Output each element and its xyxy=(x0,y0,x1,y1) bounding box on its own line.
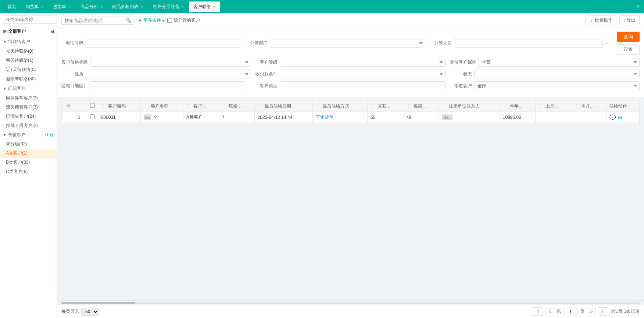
customer-type-input[interactable] xyxy=(280,81,445,90)
settings-button[interactable]: 设置 xyxy=(617,44,640,55)
last-page-button[interactable]: 》 xyxy=(598,307,609,316)
form-group-price-level: 客户价格等级 ▾ xyxy=(61,58,251,67)
col-drag-thisyear: ⋮ xyxy=(503,103,507,109)
price-level-wrap: ▾ xyxy=(90,58,251,67)
content-area: 🔍 ▼ 更多条件 ▾ 我分管的客户 ☑ 批量操作 ↑ 导出 xyxy=(57,13,644,318)
nav-tab-customer-contact-close[interactable]: × xyxy=(213,4,215,9)
nav-tab-purchase-close[interactable]: × xyxy=(68,4,71,9)
col-drag-date: ⋮ xyxy=(258,103,262,109)
pending-arrow-icon: ▼ xyxy=(3,40,7,44)
col-index xyxy=(75,100,87,112)
status-select[interactable] xyxy=(474,70,640,78)
customer-level-select[interactable] xyxy=(280,58,445,67)
col-last-contact-method: ⋮ 最后联络方式 xyxy=(313,100,368,112)
col-drag-code: ⋮ xyxy=(101,103,105,109)
export-button[interactable]: ↑ 导出 xyxy=(619,15,640,25)
nav-tab-sales-close[interactable]: × xyxy=(41,4,43,9)
nav-close-all[interactable]: × xyxy=(635,2,641,11)
settings-value-icon[interactable]: ⚙ xyxy=(50,132,54,138)
dept-select-wrap: ▾ xyxy=(270,39,425,48)
col-company-contact: ⋮ 往来单位联系人 xyxy=(439,100,500,112)
table-header-row: ⚙ ⋮ 客户编码 ⋮ 客户名称 xyxy=(62,100,640,112)
manager-input[interactable] xyxy=(454,39,603,48)
nav-tab-customer-tier[interactable]: 客户分层经营 × xyxy=(149,1,188,12)
sidebar-all-customers[interactable]: ⊞ 全部客户 ◀ xyxy=(0,26,57,37)
filter-search-icon[interactable]: 🔍 xyxy=(126,18,132,23)
nav-tab-analysis-close[interactable]: × xyxy=(100,4,103,9)
value-arrow-icon: ▼ xyxy=(3,133,7,137)
refresh-icon[interactable]: ↺ xyxy=(45,132,49,138)
sidebar-group-pending[interactable]: ▼ 待联络客户 xyxy=(0,37,57,47)
sidebar-item-overdue[interactable]: 逾期未联络(30) xyxy=(0,74,57,84)
query-button[interactable]: 查询 xyxy=(617,32,640,42)
my-customers-check[interactable] xyxy=(167,18,172,23)
manager-dots-icon[interactable]: ··· xyxy=(603,41,609,46)
col-drag-contact: ⋮ xyxy=(222,103,226,109)
per-page-select[interactable]: 50 xyxy=(81,308,99,316)
cell-last-date: 2023-04-12 14:44: xyxy=(254,112,312,123)
region-dots-icon[interactable]: ··· xyxy=(244,83,251,88)
horizontal-scrollbar[interactable] xyxy=(57,300,644,305)
col-action: 联络动作 xyxy=(607,100,640,112)
filter-search-input[interactable] xyxy=(65,18,126,23)
cell-last-method: 下销货单 xyxy=(313,112,368,123)
nature-select[interactable] xyxy=(86,70,251,78)
sidebar-item-churned[interactable]: 已流失客户(24) xyxy=(0,112,57,121)
nav-tab-analysis-list-close[interactable]: × xyxy=(141,4,143,9)
prev-page-button[interactable]: < xyxy=(545,308,554,315)
top-nav: 首页 销货单 × 进货单 × 商品分析 × 商品分析列表 × 客户分层经营 × … xyxy=(0,0,644,13)
nav-tab-home[interactable]: 首页 xyxy=(3,1,21,12)
sidebar-item-c-class[interactable]: C类客户(6) xyxy=(0,167,57,176)
cell-contact-count: 7 xyxy=(219,112,254,123)
sidebar-item-repurchase-abnormal[interactable]: 回购异常客户(2) xyxy=(0,93,57,103)
col-drag-lastmonth: ⋮ xyxy=(539,103,543,109)
filter-more-btn[interactable]: ▼ 更多条件 ▾ xyxy=(138,17,164,24)
region-input[interactable] xyxy=(90,81,244,90)
scrollbar-thumb[interactable] xyxy=(61,302,135,304)
nav-tab-customer-contact[interactable]: 客户联络 × xyxy=(189,1,220,12)
sidebar-item-ungraded[interactable]: 未分组(32) xyxy=(0,139,57,149)
form-row-3: 性质 ▾ 收付款条件 ▾ 状态 xyxy=(61,70,640,78)
sidebar-item-b-class[interactable]: B类客户(33) xyxy=(0,158,57,167)
nav-tab-customer-tier-close[interactable]: × xyxy=(182,4,184,9)
sidebar-item-today[interactable]: 今天待联络(0) xyxy=(0,47,57,56)
row-checkbox[interactable] xyxy=(90,114,95,119)
first-page-button[interactable]: 《 xyxy=(532,307,543,316)
sidebar-collapse-btn[interactable]: ◀ xyxy=(50,29,54,34)
last-method-link[interactable]: 下销货单 xyxy=(316,114,333,120)
retail-customer-select[interactable]: 全部 xyxy=(474,81,640,90)
col-name: ⋮ 客户名称 xyxy=(140,100,183,112)
select-all-checkbox[interactable] xyxy=(90,103,95,108)
data-table: ⚙ ⋮ 客户编码 ⋮ 客户名称 xyxy=(61,100,640,123)
sidebar-item-declining[interactable]: 持续下滑客户(2) xyxy=(0,121,57,130)
nav-tab-analysis[interactable]: 商品分析 × xyxy=(76,1,107,12)
col-drag-level: ⋮ xyxy=(186,103,191,109)
sidebar-item-churn-warning[interactable]: 流失预警客户(3) xyxy=(0,103,57,112)
batch-ops-button[interactable]: ☑ 批量操作 xyxy=(586,15,616,25)
sidebar-item-tomorrow[interactable]: 明天待联络(1) xyxy=(0,56,57,65)
sidebar-item-7days[interactable]: 近7天待联络(0) xyxy=(0,65,57,74)
dept-select[interactable] xyxy=(270,39,425,48)
nav-tab-sales[interactable]: 销货单 × xyxy=(21,1,48,12)
sidebar-item-a-class[interactable]: A类客户(1) xyxy=(0,149,57,158)
sidebar-group-value[interactable]: ▼ 价值客户 ↺ ⚙ xyxy=(0,130,57,139)
col-checkbox xyxy=(87,100,98,112)
sidebar-search-input[interactable] xyxy=(3,15,57,24)
my-customers-checkbox[interactable]: 我分管的客户 xyxy=(167,17,200,24)
gear-button[interactable]: ⚙ xyxy=(65,103,72,109)
batch-ops-icon: ☑ xyxy=(590,18,594,23)
phone-label: 电话号码 xyxy=(61,40,83,46)
sidebar-group-problem[interactable]: ▼ 问题客户 xyxy=(0,84,57,93)
cell-name-text: ? xyxy=(154,115,157,120)
nav-tab-purchase[interactable]: 进货单 × xyxy=(49,1,75,12)
message-action-icon[interactable]: 💬 xyxy=(609,114,616,120)
qrcode-action-icon[interactable]: ⊞ xyxy=(618,114,622,120)
retail-attr-label: 零散客户属性 xyxy=(450,59,476,66)
page-input[interactable] xyxy=(563,308,578,315)
nav-tab-analysis-list[interactable]: 商品分析列表 × xyxy=(108,1,147,12)
retail-attr-select[interactable]: 全部 xyxy=(479,58,640,67)
payment-select[interactable] xyxy=(280,70,445,78)
phone-input[interactable] xyxy=(86,39,241,48)
next-page-button[interactable]: > xyxy=(587,308,596,315)
price-level-select[interactable] xyxy=(90,58,251,67)
